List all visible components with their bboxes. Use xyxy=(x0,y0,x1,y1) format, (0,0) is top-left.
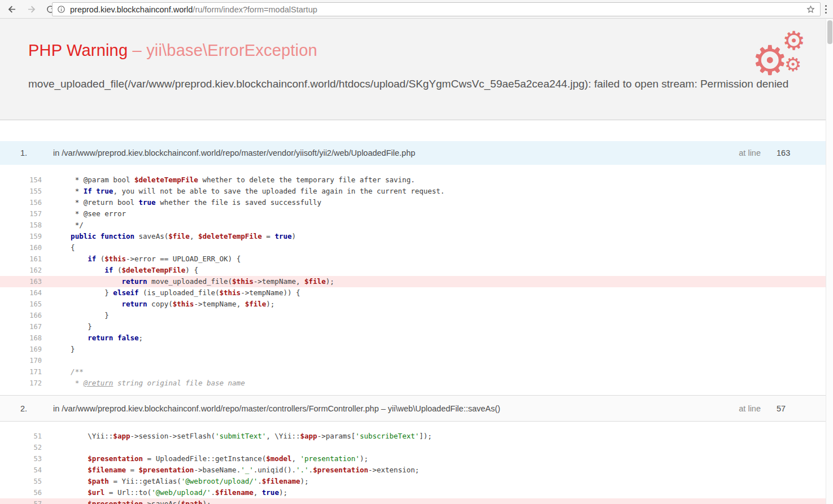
forward-arrow-icon xyxy=(26,4,37,15)
scrollbar-thumb[interactable] xyxy=(827,20,832,44)
line-number-gutter: 56 xyxy=(0,487,42,498)
address-bar[interactable]: preprod.kiev.blockchainconf.world/ru/for… xyxy=(52,2,821,16)
code-line: 160 { xyxy=(0,242,833,253)
line-number-gutter: 156 xyxy=(0,197,42,208)
line-number-gutter: 155 xyxy=(0,186,42,197)
url-path: /ru/form/index?form=modalStartup xyxy=(193,5,317,14)
code-line: 161 if ($this->error == UPLOAD_ERR_OK) { xyxy=(0,253,833,265)
code-line: 155 * If true, you will not be able to s… xyxy=(0,186,833,197)
line-number-gutter: 154 xyxy=(0,174,42,186)
line-number: 163 xyxy=(777,148,793,157)
code-line: 169 } xyxy=(0,344,833,355)
back-button[interactable] xyxy=(3,1,20,17)
error-header: PHP Warning – yii\base\ErrorException mo… xyxy=(0,19,833,120)
code-line: 170 xyxy=(0,355,833,366)
line-number: 57 xyxy=(777,404,793,413)
exception-class: yii\base\ErrorException xyxy=(146,41,317,59)
stack-item-1-header[interactable]: 1. in /var/www/preprod.kiev.blockchainco… xyxy=(0,141,833,165)
gear-small-icon: ⚙ xyxy=(784,55,801,74)
code-line: 52 xyxy=(0,442,833,453)
bookmark-star-icon[interactable] xyxy=(806,5,815,14)
code-line: 157 * @see error xyxy=(0,208,833,220)
code-line: 167 } xyxy=(0,321,833,332)
code-line: 172 * @return string original file base … xyxy=(0,378,833,389)
url-text[interactable]: preprod.kiev.blockchainconf.world/ru/for… xyxy=(70,5,806,14)
code-line: 162 if ($deleteTempFile) { xyxy=(0,265,833,276)
line-number-gutter: 158 xyxy=(0,220,42,231)
code-line: 156 * @return bool true whether the file… xyxy=(0,197,833,208)
line-number-gutter: 55 xyxy=(0,476,42,487)
stack-item-index: 2. xyxy=(0,404,27,413)
line-number-gutter: 168 xyxy=(0,332,42,344)
error-code-line: 57 $presentation->saveAs($path); xyxy=(0,498,833,504)
browser-menu-button[interactable] xyxy=(821,4,831,15)
line-number-gutter: 159 xyxy=(0,231,42,242)
code-snippet-1: 154 * @param bool $deleteTempFile whethe… xyxy=(0,165,833,395)
stack-item-index: 1. xyxy=(0,148,27,157)
code-line: 55 $path = Yii::getAlias('@webroot/uploa… xyxy=(0,476,833,487)
error-type: PHP Warning xyxy=(28,41,128,59)
page-info-icon[interactable] xyxy=(57,5,66,14)
line-number-gutter: 161 xyxy=(0,253,42,265)
code-line: 154 * @param bool $deleteTempFile whethe… xyxy=(0,174,833,186)
line-number-gutter: 162 xyxy=(0,265,42,276)
code-line: 159 public function saveAs($file, $delet… xyxy=(0,231,833,242)
line-number-gutter: 53 xyxy=(0,453,42,464)
code-line: 171 /** xyxy=(0,366,833,378)
code-line: 158 */ xyxy=(0,220,833,231)
url-domain: preprod.kiev.blockchainconf.world xyxy=(70,5,193,14)
line-number-gutter: 160 xyxy=(0,242,42,253)
code-line: 51 \Yii::$app->session->setFlash('submit… xyxy=(0,431,833,442)
at-line-label: at line xyxy=(739,404,761,413)
error-code-line: 163 return move_uploaded_file($this->tem… xyxy=(0,276,833,287)
line-number-gutter: 157 xyxy=(0,208,42,220)
line-number-gutter: 166 xyxy=(0,310,42,321)
back-arrow-icon xyxy=(7,4,18,15)
stack-item-2-header[interactable]: 2. in /var/www/preprod.kiev.blockchainco… xyxy=(0,395,833,422)
browser-toolbar: preprod.kiev.blockchainconf.world/ru/for… xyxy=(0,0,833,19)
line-number-gutter: 51 xyxy=(0,431,42,442)
spacer xyxy=(0,120,833,141)
line-number-gutter: 57 xyxy=(0,498,42,504)
line-number-gutter: 164 xyxy=(0,287,42,299)
code-line: 164 } elseif (is_uploaded_file($this->te… xyxy=(0,287,833,299)
line-number-gutter: 54 xyxy=(0,464,42,476)
line-number-gutter: 52 xyxy=(0,442,42,453)
line-number-gutter: 163 xyxy=(0,276,42,287)
gear-medium-icon: ⚙ xyxy=(782,28,805,54)
stack-item-location: in /var/www/preprod.kiev.blockchainconf.… xyxy=(53,404,739,413)
code-line: 56 $url = Url::to('@web/upload/'.$filena… xyxy=(0,487,833,498)
vertical-scrollbar[interactable] xyxy=(826,19,833,504)
forward-button[interactable] xyxy=(23,1,40,17)
gears-icon: ⚙ ⚙ ⚙ xyxy=(752,30,804,77)
code-line: 168 return false; xyxy=(0,332,833,344)
line-number-gutter: 171 xyxy=(0,366,42,378)
code-line: 166 } xyxy=(0,310,833,321)
line-number-gutter: 169 xyxy=(0,344,42,355)
stack-item-location: in /var/www/preprod.kiev.blockchainconf.… xyxy=(53,148,739,157)
browser-window: preprod.kiev.blockchainconf.world/ru/for… xyxy=(0,0,833,504)
page-title: PHP Warning – yii\base\ErrorException xyxy=(28,41,799,60)
code-line: 54 $filename = $presentation->baseName.'… xyxy=(0,464,833,476)
error-message: move_uploaded_file(/var/www/preprod.kiev… xyxy=(28,77,799,91)
line-number-gutter: 165 xyxy=(0,299,42,310)
line-number-gutter: 172 xyxy=(0,378,42,389)
code-snippet-2: 51 \Yii::$app->session->setFlash('submit… xyxy=(0,422,833,504)
code-line: 53 $presentation = UploadedFile::getInst… xyxy=(0,453,833,464)
line-number-gutter: 167 xyxy=(0,321,42,332)
at-line-label: at line xyxy=(739,148,761,157)
code-line: 165 return copy($this->tempName, $file); xyxy=(0,299,833,310)
line-number-gutter: 170 xyxy=(0,355,42,366)
